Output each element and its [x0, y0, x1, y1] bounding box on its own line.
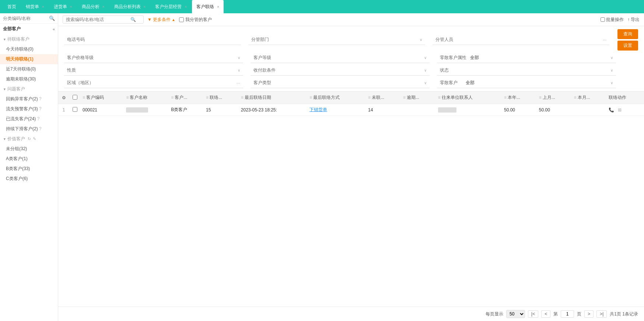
export-btn[interactable]: ↑ 导出 [627, 17, 640, 23]
search-icon[interactable]: 🔍 [130, 17, 136, 22]
row-name[interactable] [124, 104, 169, 116]
sidebar-item-c-class[interactable]: C类客户(6) [0, 174, 58, 184]
sidebar-item-overdue[interactable]: 逾期未联络(30) [0, 74, 58, 84]
batch-checkbox[interactable] [601, 17, 605, 22]
sidebar-item-a-class[interactable]: A类客户(1) [0, 154, 58, 164]
sidebar-search-input[interactable] [3, 16, 48, 21]
row-this-year: 50.00 [502, 104, 537, 116]
action-phone-icon[interactable]: 📞 [609, 107, 614, 113]
col-this-month[interactable]: 本月... [572, 92, 607, 104]
nav-customer-contact[interactable]: 客户联络 × [192, 0, 224, 13]
select-all-checkbox[interactable] [73, 95, 77, 100]
col-customer-type[interactable]: 客户... [169, 92, 204, 104]
filter-customer-type: 客户类型 ∨ [251, 78, 430, 88]
sidebar-item-churn-warning[interactable]: 流失预警客户(3) ? [0, 104, 58, 114]
col-last-contact-date[interactable]: 最后联络日期 [239, 92, 307, 104]
row-this-month [572, 104, 607, 116]
customer-level-arrow[interactable]: ∨ [424, 56, 427, 60]
search-input[interactable] [66, 17, 129, 22]
action-grid-icon[interactable]: ⊞ [618, 107, 622, 113]
nav-product-analysis-list[interactable]: 商品分析列表 × [110, 0, 150, 13]
filter-area-label: 区域（地区） [67, 80, 94, 86]
col-this-year[interactable]: 本年... [502, 92, 537, 104]
col-overdue[interactable]: 逾期... [401, 92, 436, 104]
col-last-month[interactable]: 上月... [537, 92, 572, 104]
set-btn[interactable]: 设置 [617, 41, 638, 51]
row-last-contact-date: 2023-05-23 18:25: [239, 104, 307, 116]
payment-arrow[interactable]: ∨ [424, 68, 427, 72]
more-conditions-btn[interactable]: ▼ 更多条件 ▲ [147, 17, 175, 23]
edit-icon[interactable]: ✎ [33, 137, 36, 141]
filter-retail-attr-value: 全部 [470, 55, 479, 61]
price-level-arrow[interactable]: ∨ [238, 56, 240, 60]
nav-purchase-order[interactable]: 进货单 × [49, 0, 77, 13]
filter-phone-input[interactable] [91, 37, 238, 42]
close-product-analysis[interactable]: × [102, 5, 105, 9]
search-bar: 🔍 ▼ 更多条件 ▲ 我分管的客户 批量操作 ↑ 导出 [58, 13, 644, 26]
sidebar-item-repurchase-anomaly[interactable]: 回购异常客户(2) ? [0, 94, 58, 104]
filter-nature-label: 性质 [67, 67, 89, 73]
close-sales-order[interactable]: × [42, 5, 44, 9]
sidebar-search-icon[interactable]: 🔍 [49, 15, 55, 21]
filter-area: 区域（地区） ··· [64, 78, 243, 88]
sidebar-item-ungrouped[interactable]: 未分组(32) [0, 144, 58, 154]
col-settings[interactable]: ⚙ [58, 92, 69, 104]
filter-retail-attr-label: 零散客户属性 [440, 55, 466, 61]
my-customers-toggle[interactable]: 我分管的客户 [179, 17, 212, 23]
query-btn[interactable]: 查询 [617, 29, 638, 39]
sidebar-item-tomorrow-pending[interactable]: 明天待联络(1) [0, 54, 58, 64]
col-contact-count[interactable]: 联络... [204, 92, 239, 104]
batch-operation-btn[interactable]: 批量操作 [601, 17, 624, 23]
per-page-label: 每页显示 [486, 311, 503, 317]
customer-table: ⚙ 客户编码 客户名称 客户... 联络... 最后联络日期 最后联络方式 未联… [58, 92, 644, 116]
col-customer-name[interactable]: 客户名称 [124, 92, 169, 104]
col-last-contact-method[interactable]: 最后联络方式 [307, 92, 366, 104]
col-customer-code[interactable]: 客户编码 [80, 92, 124, 104]
content-area: 🔍 ▼ 更多条件 ▲ 我分管的客户 批量操作 ↑ 导出 [58, 13, 644, 321]
col-unit-contact[interactable]: 往来单位联系人 [436, 92, 502, 104]
close-customer-stratification[interactable]: × [185, 5, 187, 9]
row-customer-type: B类客户 [169, 104, 204, 116]
sidebar-item-churned[interactable]: 已流失客户(24) ? [0, 114, 58, 124]
nature-arrow[interactable]: ∨ [238, 68, 240, 72]
last-page-btn[interactable]: >| [596, 310, 607, 318]
first-page-btn[interactable]: |< [528, 310, 538, 318]
area-dots-btn[interactable]: ··· [237, 80, 240, 86]
close-customer-contact[interactable]: × [217, 5, 219, 9]
all-customers-header[interactable]: 全部客户 « [0, 24, 58, 34]
top-nav: 首页 销货单 × 进货单 × 商品分析 × 商品分析列表 × 客户分层经营 × … [0, 0, 644, 13]
nav-sales-order[interactable]: 销货单 × [21, 0, 49, 13]
close-product-analysis-list[interactable]: × [144, 5, 146, 9]
collapse-icon[interactable]: « [53, 27, 55, 31]
sidebar-item-today-pending[interactable]: 今天待联络(0) [0, 44, 58, 54]
pagination-bar: 每页显示 50 100 200 |< < 第 页 > >| 共1页 1条记录 [58, 307, 644, 321]
data-table-wrap: ⚙ 客户编码 客户名称 客户... 联络... 最后联络日期 最后联络方式 未联… [58, 92, 644, 307]
sidebar-item-7days-pending[interactable]: 近7天待联络(0) [0, 64, 58, 74]
next-page-btn[interactable]: > [584, 310, 594, 318]
close-purchase-order[interactable]: × [70, 5, 72, 9]
row-action-btns: 📞 ⊞ [606, 104, 644, 116]
refresh-icon[interactable]: ↻ [28, 137, 31, 141]
prev-page-btn[interactable]: < [541, 310, 550, 318]
dept-dropdown-arrow[interactable]: ∨ [420, 38, 422, 42]
nav-home[interactable]: 首页 [3, 0, 21, 13]
my-customers-checkbox[interactable] [179, 17, 184, 22]
nav-product-analysis[interactable]: 商品分析 × [77, 0, 109, 13]
filter-dept: 分管部门 ∨ [248, 35, 425, 45]
filter-row-2: 客户价格等级 ∨ 客户等级 ∨ 零散客户属性 全部 ∨ [64, 53, 638, 63]
col-uncontacted[interactable]: 未联... [366, 92, 401, 104]
page-number-input[interactable] [561, 310, 574, 318]
filter-dept-label: 分管部门 [251, 37, 273, 43]
person-dots-btn[interactable]: ··· [603, 37, 606, 42]
per-page-select[interactable]: 50 100 200 [506, 310, 525, 318]
nav-customer-stratification[interactable]: 客户分层经营 × [151, 0, 191, 13]
status-arrow[interactable]: ∨ [610, 68, 613, 72]
row-checkbox[interactable] [73, 107, 77, 112]
row-last-contact-method[interactable]: 下销货单 [307, 104, 366, 116]
retail-attr-arrow[interactable]: ∨ [610, 56, 613, 60]
retail-customer-arrow[interactable]: ∨ [610, 81, 613, 85]
customer-type-arrow[interactable]: ∨ [424, 81, 427, 85]
filter-retail-customer-label: 零散客户 [440, 80, 462, 86]
sidebar-item-b-class[interactable]: B类客户(33) [0, 164, 58, 174]
sidebar-item-declining[interactable]: 持续下滑客户(2) ? [0, 124, 58, 134]
